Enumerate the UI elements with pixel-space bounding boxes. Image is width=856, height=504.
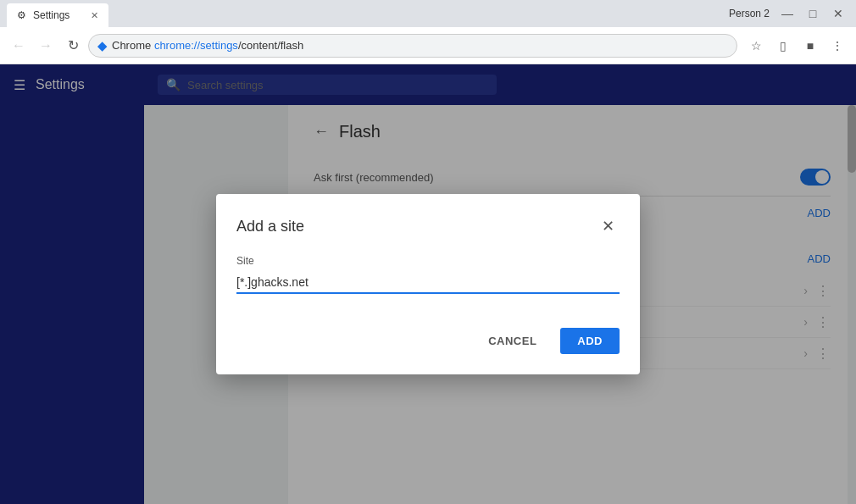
site-input[interactable] (236, 272, 620, 294)
forward-button[interactable]: → (34, 34, 58, 58)
maximize-button[interactable]: □ (802, 3, 824, 25)
modal-close-button[interactable]: ✕ (596, 214, 620, 238)
settings-tab-icon: ⚙ (17, 9, 26, 21)
extensions-button[interactable]: ▯ (771, 34, 795, 58)
back-button[interactable]: ← (7, 34, 31, 58)
tab-new[interactable] (108, 7, 159, 27)
navbar: ← → ↻ ◆ Chrome chrome://settings/content… (0, 27, 856, 64)
menu-button[interactable]: ⋮ (825, 34, 849, 58)
close-button[interactable]: ✕ (827, 3, 849, 25)
cancel-button[interactable]: CANCEL (475, 328, 550, 354)
modal-overlay: Add a site ✕ Site CANCEL ADD (0, 64, 856, 504)
shield-button[interactable]: ■ (798, 34, 822, 58)
settings-layout: ☰ Settings 🔍 ← Flash Ask first (recommen… (0, 64, 856, 504)
url-path: chrome://settings (154, 39, 238, 52)
modal-actions: CANCEL ADD (236, 328, 620, 354)
url-rest: /content/flash (238, 39, 303, 52)
add-site-modal: Add a site ✕ Site CANCEL ADD (216, 194, 640, 374)
url-browser: Chrome (112, 39, 151, 52)
browser-logo-icon: ◆ (97, 39, 107, 53)
window-controls: — □ ✕ (776, 3, 849, 25)
tab-settings[interactable]: ⚙ Settings ✕ (7, 3, 108, 27)
minimize-button[interactable]: — (776, 3, 798, 25)
tabs-area: ⚙ Settings ✕ (7, 0, 159, 27)
add-button[interactable]: ADD (560, 328, 620, 354)
address-bar[interactable]: ◆ Chrome chrome://settings/content/flash (88, 34, 737, 58)
site-field-label: Site (236, 255, 620, 267)
tab-close-button[interactable]: ✕ (91, 10, 98, 21)
settings-tab-label: Settings (33, 9, 69, 21)
bookmark-button[interactable]: ☆ (744, 34, 768, 58)
titlebar: ⚙ Settings ✕ Person 2 — □ ✕ (0, 0, 856, 27)
titlebar-left: ⚙ Settings ✕ (7, 0, 729, 27)
new-tab-label (119, 10, 129, 25)
modal-site-field: Site (236, 255, 620, 294)
person-label[interactable]: Person 2 (729, 8, 770, 19)
modal-title: Add a site (236, 218, 304, 235)
url-display: Chrome chrome://settings/content/flash (112, 39, 303, 52)
nav-right-actions: ☆ ▯ ■ ⋮ (744, 34, 849, 58)
reload-button[interactable]: ↻ (61, 34, 85, 58)
modal-header: Add a site ✕ (236, 214, 620, 238)
